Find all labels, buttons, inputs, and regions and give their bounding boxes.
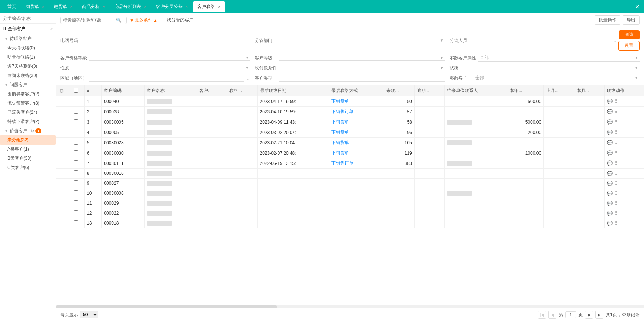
row-checkbox[interactable] xyxy=(74,210,78,215)
row-checkbox[interactable] xyxy=(74,180,78,185)
horizontal-scrollbar[interactable] xyxy=(56,305,644,308)
tab-sales[interactable]: 销货单 × xyxy=(21,1,49,12)
sidebar-item-overdue[interactable]: 逾期未联络(30) xyxy=(0,71,56,80)
filter-nature-select[interactable]: ▼ xyxy=(85,65,250,71)
row-checkbox[interactable] xyxy=(74,160,78,165)
filter-customer-type-input[interactable] xyxy=(279,75,445,82)
filter-manager-ellipsis[interactable]: ... xyxy=(612,38,616,43)
last-method-link[interactable]: 下销售订单 xyxy=(331,160,353,166)
tab-customer-contact[interactable]: 客户联络 × xyxy=(193,1,225,12)
last-method-link[interactable]: 下销货单 xyxy=(331,130,349,135)
filter-price-level-select[interactable]: ▼ xyxy=(89,55,250,61)
sidebar-item-no-group[interactable]: 未分组(32) xyxy=(0,135,56,145)
close-customer-tier-tab[interactable]: × xyxy=(186,4,188,9)
batch-op-button[interactable]: 批量操作 xyxy=(595,15,620,25)
filter-phone-input[interactable] xyxy=(85,37,250,44)
more-action-icon[interactable]: ⠿ xyxy=(614,150,618,156)
filter-region-input[interactable] xyxy=(89,75,244,82)
close-customer-contact-tab[interactable]: × xyxy=(218,4,220,9)
query-button[interactable]: 查询 xyxy=(619,30,640,39)
sidebar-group-pending[interactable]: ▼ 待联络客户 xyxy=(0,34,56,43)
my-customers-checkbox-label[interactable]: 我分管的客户 xyxy=(161,17,193,23)
more-action-icon[interactable]: ⠿ xyxy=(614,130,618,135)
row-checkbox[interactable] xyxy=(74,99,78,103)
row-checkbox[interactable] xyxy=(74,190,78,195)
chat-icon[interactable]: 💬 xyxy=(607,130,613,135)
more-action-icon[interactable]: ⠿ xyxy=(614,109,618,114)
chat-icon[interactable]: 💬 xyxy=(607,201,613,206)
sidebar-item-c-class[interactable]: C类客户(6) xyxy=(0,163,56,172)
last-method-link[interactable]: 下销售订单 xyxy=(331,109,353,114)
filter-dept-select[interactable]: ▼ xyxy=(279,38,445,43)
filter-search-icon[interactable]: 🔍 xyxy=(116,18,122,23)
more-action-icon[interactable]: ⠿ xyxy=(614,181,618,186)
tab-goods-analysis-list[interactable]: 商品分析列表 × xyxy=(110,1,151,12)
chat-icon[interactable]: 💬 xyxy=(607,119,613,125)
sidebar-search-input[interactable] xyxy=(3,16,56,21)
close-goods-analysis-tab[interactable]: × xyxy=(103,4,105,9)
sidebar-item-lost[interactable]: 已流失客户(24) xyxy=(0,108,56,117)
more-action-icon[interactable]: ⠿ xyxy=(614,99,618,104)
refresh-icon[interactable]: ↻ xyxy=(30,128,34,134)
close-purchase-tab[interactable]: × xyxy=(70,4,72,9)
tab-customer-tier[interactable]: 客户分层经营 × xyxy=(152,1,192,12)
sidebar-item-b-class[interactable]: B类客户(33) xyxy=(0,154,56,163)
collapse-all-icon[interactable]: « xyxy=(50,27,53,31)
filter-payment-select[interactable]: ▼ xyxy=(279,65,445,71)
more-action-icon[interactable]: ⠿ xyxy=(614,221,618,226)
filter-manager-input[interactable] xyxy=(474,37,610,44)
chat-icon[interactable]: 💬 xyxy=(607,211,613,216)
more-action-icon[interactable]: ⠿ xyxy=(614,171,618,176)
my-customers-checkbox[interactable] xyxy=(161,18,165,22)
sidebar-item-tomorrow-pending[interactable]: 明天待联络(1) xyxy=(0,53,56,62)
row-checkbox[interactable] xyxy=(74,200,78,205)
scrollbar-thumb[interactable] xyxy=(56,305,277,308)
last-page-btn[interactable]: ▶| xyxy=(595,311,603,319)
sidebar-item-abnormal[interactable]: 囤购异常客户(2) xyxy=(0,89,56,99)
more-action-icon[interactable]: ⠿ xyxy=(614,201,618,206)
close-window-icon[interactable]: ✕ xyxy=(633,2,641,12)
row-checkbox[interactable] xyxy=(74,109,78,114)
row-checkbox[interactable] xyxy=(74,140,78,145)
chat-icon[interactable]: 💬 xyxy=(607,181,613,186)
sidebar-item-today-pending[interactable]: 今天待联络(0) xyxy=(0,43,56,53)
filter-status-select[interactable]: ▼ xyxy=(474,65,640,71)
chat-icon[interactable]: 💬 xyxy=(607,221,613,226)
chat-icon[interactable]: 💬 xyxy=(607,160,613,166)
prev-page-btn[interactable]: ◀ xyxy=(548,311,556,319)
settings-icon[interactable]: ⚙ xyxy=(59,88,64,94)
export-button[interactable]: 导出 xyxy=(623,15,640,25)
row-checkbox[interactable] xyxy=(74,150,78,155)
more-action-icon[interactable]: ⠿ xyxy=(614,140,618,145)
chat-icon[interactable]: 💬 xyxy=(607,109,613,114)
tab-purchase[interactable]: 进货单 × xyxy=(49,1,77,12)
last-method-link[interactable]: 下销货单 xyxy=(331,140,349,145)
sidebar-group-problem[interactable]: ▼ 问题客户 xyxy=(0,80,56,89)
more-action-icon[interactable]: ⠿ xyxy=(614,191,618,196)
filter-region-ellipsis[interactable]: ... xyxy=(247,75,250,81)
more-action-icon[interactable]: ⠿ xyxy=(614,160,618,166)
sidebar-item-a-class[interactable]: A类客户(1) xyxy=(0,145,56,154)
select-all-checkbox[interactable] xyxy=(74,88,78,93)
sidebar-item-7days-pending[interactable]: 近7天待联络(0) xyxy=(0,62,56,71)
sidebar-item-warning[interactable]: 流失预警客户(3) xyxy=(0,99,56,108)
row-checkbox[interactable] xyxy=(74,220,78,225)
chat-icon[interactable]: 💬 xyxy=(607,140,613,145)
filter-scatter-customer-select[interactable]: 全部 ▼ xyxy=(474,74,640,82)
filter-search-input[interactable] xyxy=(63,18,115,23)
more-action-icon[interactable]: ⠿ xyxy=(614,211,618,216)
close-sales-tab[interactable]: × xyxy=(42,4,44,9)
last-method-link[interactable]: 下销货单 xyxy=(331,119,349,124)
more-conditions-btn[interactable]: ▼ 更多条件 ▲ xyxy=(130,17,158,23)
page-input[interactable] xyxy=(565,311,576,318)
row-checkbox[interactable] xyxy=(74,130,78,134)
last-method-link[interactable]: 下销货单 xyxy=(331,99,349,104)
last-method-link[interactable]: 下销货单 xyxy=(331,150,349,155)
filter-scatter-attr-select[interactable]: 全部 ▼ xyxy=(478,54,640,62)
next-page-btn[interactable]: ▶ xyxy=(585,311,593,319)
sidebar-group-value[interactable]: ▼ 价值客户 ↻ ● xyxy=(0,126,56,135)
chat-icon[interactable]: 💬 xyxy=(607,150,613,156)
per-page-select[interactable]: 50 100 200 xyxy=(80,311,98,318)
row-checkbox[interactable] xyxy=(74,170,78,175)
sidebar-item-declining[interactable]: 持续下滑客户(2) xyxy=(0,117,56,126)
